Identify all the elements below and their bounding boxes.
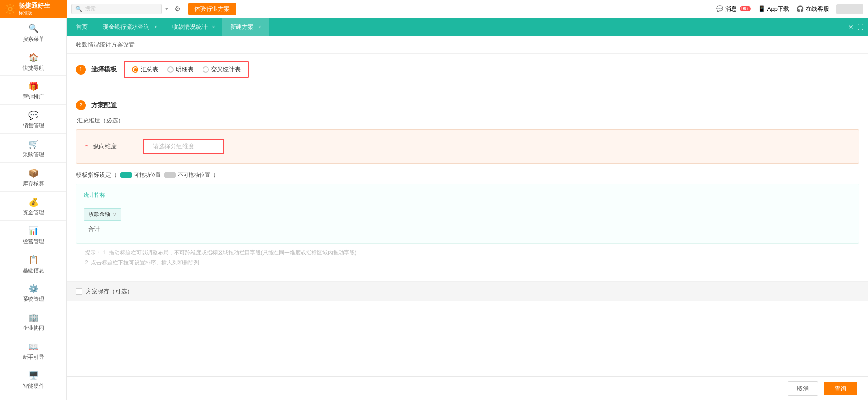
main-layout: 🔍 搜索菜单 🏠 快捷导航 🎁 营销推广 💬 销售管理 🛒 采购管理 📦 库存核… [0, 18, 868, 400]
step1-circle: 1 [76, 65, 86, 75]
system-icon: ⚙️ [28, 284, 38, 294]
radio-cross[interactable]: 交叉统计表 [203, 66, 241, 74]
sidebar-item-enterprise[interactable]: 🏢 企业协同 [0, 307, 66, 336]
metric-tag-payment[interactable]: 收款金额 ∨ [84, 208, 121, 221]
metrics-hint-close: ） [213, 171, 219, 179]
sidebar-item-label: 采购管理 [23, 151, 44, 159]
search-bar[interactable]: 🔍 搜索 [71, 4, 162, 14]
toggle-fixed[interactable] [164, 172, 176, 178]
vertical-dimension-label: 纵向维度 [93, 142, 117, 151]
inventory-icon: 📦 [28, 168, 38, 178]
sidebar-item-wechat[interactable]: 💬 企业微信 [0, 394, 66, 400]
metric-total-row: 合计 [84, 222, 851, 236]
service-icon: 🎧 [797, 5, 804, 12]
header-actions: 💬 消息 99+ 📱 App下载 🎧 在线客服 [716, 4, 863, 14]
download-label: App下载 [767, 5, 789, 13]
tab-expand-icon[interactable]: ⛶ [857, 24, 863, 31]
message-icon: 💬 [716, 5, 723, 12]
sidebar-item-label: 资金管理 [23, 209, 44, 216]
radio-dot-summary [132, 66, 138, 73]
app-download-button[interactable]: 📱 App下载 [758, 5, 789, 13]
tab-bar: 首页 现金银行流水查询 × 收款情况统计 × 新建方案 × ✕ ⛶ [67, 18, 868, 36]
header-search: 🔍 搜索 ▼ ⚙ 体验行业方案 [71, 3, 716, 15]
radio-summary[interactable]: 汇总表 [132, 66, 158, 74]
tip-line-1: 提示： 1. 拖动标题栏可以调整布局，不可跨维度或指标区域拖动栏目字段(只能在同… [85, 248, 850, 258]
page-inner: 收款情况统计方案设置 1 选择模板 汇总表 [67, 36, 868, 376]
finance-icon: 💰 [28, 197, 38, 207]
radio-dot-cross [203, 66, 209, 73]
sidebar-item-label: 搜索菜单 [23, 35, 44, 43]
sidebar-item-label: 系统管理 [23, 296, 44, 303]
toggle-movable[interactable] [120, 172, 132, 178]
bottom-bar: 取消 查询 [67, 376, 868, 400]
tab-collection-stat[interactable]: 收款情况统计 × [165, 18, 223, 36]
messages-badge: 99+ [740, 6, 751, 11]
movable-label: 可拖动位置 [134, 171, 161, 179]
sidebar-item-finance[interactable]: 💰 资金管理 [0, 192, 66, 221]
metric-tag-row: 收款金额 ∨ [84, 207, 851, 222]
operation-icon: 📊 [28, 226, 38, 236]
cancel-button[interactable]: 取消 [788, 381, 818, 396]
tab-bank-flow-close[interactable]: × [154, 24, 157, 30]
sidebar-item-marketing[interactable]: 🎁 营销推广 [0, 76, 66, 105]
trial-button[interactable]: 体验行业方案 [188, 3, 236, 15]
download-icon: 📱 [758, 5, 765, 12]
radio-group: 汇总表 明细表 交叉统计表 [132, 66, 241, 74]
quick-nav-icon: 🏠 [28, 52, 38, 62]
tab-collection-stat-label: 收款情况统计 [172, 23, 208, 31]
sidebar-item-system[interactable]: ⚙️ 系统管理 [0, 278, 66, 307]
fixed-label: 不可拖动位置 [178, 171, 210, 179]
radio-detail-label: 明细表 [176, 66, 193, 74]
dimension-select[interactable]: 请选择分组维度 [143, 139, 224, 154]
sidebar-item-quick-nav[interactable]: 🏠 快捷导航 [0, 47, 66, 76]
sidebar-item-search-menu[interactable]: 🔍 搜索菜单 [0, 18, 66, 47]
metrics-hint-row: 模板指标设定（ 可拖动位置 不可拖动位置 ） [76, 171, 859, 179]
tab-close-icon[interactable]: ✕ [848, 24, 854, 31]
sales-icon: 💬 [28, 110, 38, 120]
fixed-hint: 不可拖动位置 [164, 171, 210, 179]
sidebar-item-purchase[interactable]: 🛒 采购管理 [0, 134, 66, 163]
gear-icon[interactable]: ⚙ [175, 5, 181, 13]
logo-icon: 🔆 [5, 4, 16, 14]
metrics-subtitle: 统计指标 [84, 191, 851, 202]
total-label: 合计 [88, 225, 100, 233]
sidebar-item-label: 基础信息 [23, 267, 44, 274]
sidebar-item-inventory[interactable]: 📦 库存核算 [0, 163, 66, 192]
step1-section: 1 选择模板 汇总表 明细表 [67, 54, 868, 93]
tab-home[interactable]: 首页 [67, 18, 95, 36]
step2-circle: 2 [76, 100, 86, 110]
online-service-button[interactable]: 🎧 在线客服 [797, 5, 829, 13]
save-label: 方案保存（可选） [86, 287, 133, 296]
tab-bank-flow[interactable]: 现金银行流水查询 × [95, 18, 165, 36]
movable-hint: 可拖动位置 [120, 171, 161, 179]
sidebar-item-label: 经营管理 [23, 238, 44, 245]
tab-collection-stat-close[interactable]: × [212, 24, 215, 30]
tab-new-scheme-close[interactable]: × [258, 24, 261, 30]
logo-sub: 标准版 [19, 10, 50, 16]
messages-button[interactable]: 💬 消息 99+ [716, 5, 751, 13]
sidebar: 🔍 搜索菜单 🏠 快捷导航 🎁 营销推广 💬 销售管理 🛒 采购管理 📦 库存核… [0, 18, 67, 400]
sidebar-item-label: 企业协同 [23, 325, 44, 332]
tab-new-scheme[interactable]: 新建方案 × [223, 18, 269, 36]
sidebar-item-label: 营销推广 [23, 93, 44, 101]
save-checkbox[interactable] [76, 288, 82, 295]
query-button[interactable]: 查询 [824, 382, 857, 395]
radio-detail[interactable]: 明细表 [167, 66, 193, 74]
sidebar-item-guide[interactable]: 📖 新手引导 [0, 336, 66, 365]
save-option: 方案保存（可选） [67, 282, 868, 301]
dropdown-arrow-icon[interactable]: ▼ [165, 6, 169, 11]
radio-dot-detail [167, 66, 174, 73]
sidebar-item-sales[interactable]: 💬 销售管理 [0, 105, 66, 134]
hardware-icon: 🖥️ [28, 371, 38, 381]
metrics-section: 模板指标设定（ 可拖动位置 不可拖动位置 ） [76, 171, 859, 244]
sidebar-item-hardware[interactable]: 🖥️ 智能硬件 [0, 365, 66, 394]
content-area: 首页 现金银行流水查询 × 收款情况统计 × 新建方案 × ✕ ⛶ [67, 18, 868, 400]
sidebar-item-operation[interactable]: 📊 经营管理 [0, 221, 66, 249]
search-placeholder: 搜索 [85, 5, 96, 13]
arrow-separator: —— [124, 143, 136, 150]
sidebar-item-label: 库存核算 [23, 180, 44, 188]
user-avatar[interactable] [836, 4, 863, 14]
tips-area: 提示： 1. 拖动标题栏可以调整布局，不可跨维度或指标区域拖动栏目字段(只能在同… [76, 244, 859, 272]
step2-label: 方案配置 [91, 101, 117, 109]
sidebar-item-basic-info[interactable]: 📋 基础信息 [0, 249, 66, 278]
